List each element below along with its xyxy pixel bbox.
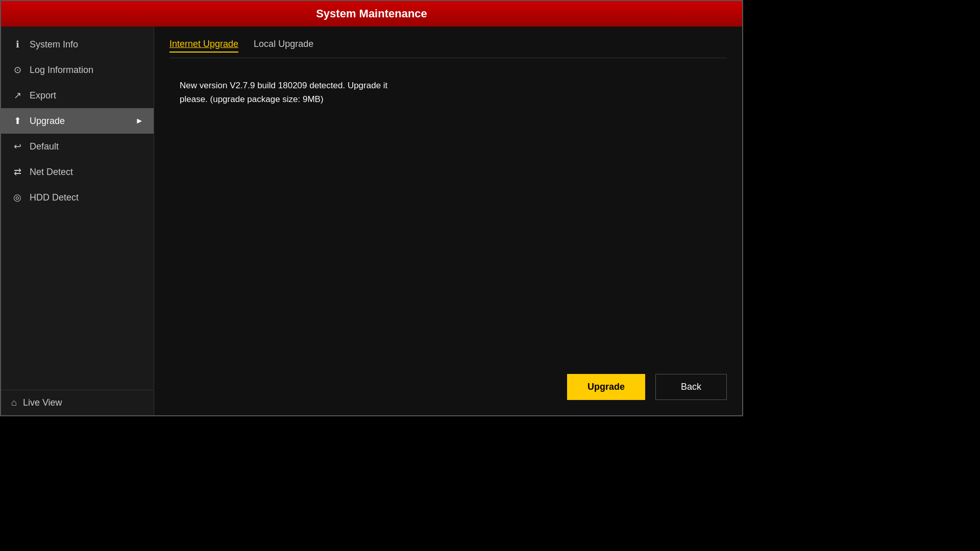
upgrade-arrow-icon: ► (135, 116, 143, 126)
sidebar-footer-label: Live View (23, 397, 62, 408)
tab-local-upgrade[interactable]: Local Upgrade (254, 37, 313, 53)
sidebar-footer-live-view[interactable]: Live View (1, 390, 154, 415)
content-area: Internet Upgrade Local Upgrade New versi… (154, 27, 742, 415)
back-button[interactable]: Back (655, 374, 727, 400)
net-detect-icon (11, 166, 23, 178)
sidebar-label-log-information: Log Information (30, 65, 143, 76)
hdd-detect-icon (11, 192, 23, 203)
window-title: System Maintenance (316, 7, 427, 20)
sidebar-label-net-detect: Net Detect (30, 167, 143, 178)
title-bar: System Maintenance (1, 1, 742, 27)
sidebar-label-upgrade: Upgrade (30, 116, 129, 127)
sidebar-item-export[interactable]: Export (1, 83, 154, 108)
main-content: System Info Log Information Export Upgra… (1, 27, 742, 415)
upgrade-icon (11, 115, 23, 127)
sidebar-item-system-info[interactable]: System Info (1, 32, 154, 57)
system-info-icon (11, 39, 23, 50)
upgrade-message-line2: please. (upgrade package size: 9MB) (180, 94, 324, 104)
sidebar-item-net-detect[interactable]: Net Detect (1, 159, 154, 185)
sidebar-label-hdd-detect: HDD Detect (30, 192, 143, 203)
upgrade-message: New version V2.7.9 build 180209 detected… (180, 79, 727, 106)
sidebar-item-upgrade[interactable]: Upgrade ► (1, 108, 154, 134)
footer-buttons: Upgrade Back (567, 374, 727, 400)
upgrade-message-line1: New version V2.7.9 build 180209 detected… (180, 81, 387, 90)
default-icon (11, 141, 23, 152)
export-icon (11, 90, 23, 101)
tab-internet-upgrade[interactable]: Internet Upgrade (169, 37, 238, 53)
sidebar-item-hdd-detect[interactable]: HDD Detect (1, 185, 154, 210)
live-view-icon (11, 397, 17, 408)
tabs-bar: Internet Upgrade Local Upgrade (169, 37, 727, 58)
sidebar-label-default: Default (30, 141, 143, 152)
sidebar: System Info Log Information Export Upgra… (1, 27, 154, 415)
log-information-icon (11, 64, 23, 76)
sidebar-label-export: Export (30, 90, 143, 101)
main-window: System Maintenance System Info Log Infor… (0, 0, 743, 416)
sidebar-label-system-info: System Info (30, 39, 143, 50)
upgrade-button[interactable]: Upgrade (567, 374, 645, 400)
sidebar-item-default[interactable]: Default (1, 134, 154, 159)
sidebar-menu: System Info Log Information Export Upgra… (1, 27, 154, 390)
sidebar-item-log-information[interactable]: Log Information (1, 57, 154, 83)
